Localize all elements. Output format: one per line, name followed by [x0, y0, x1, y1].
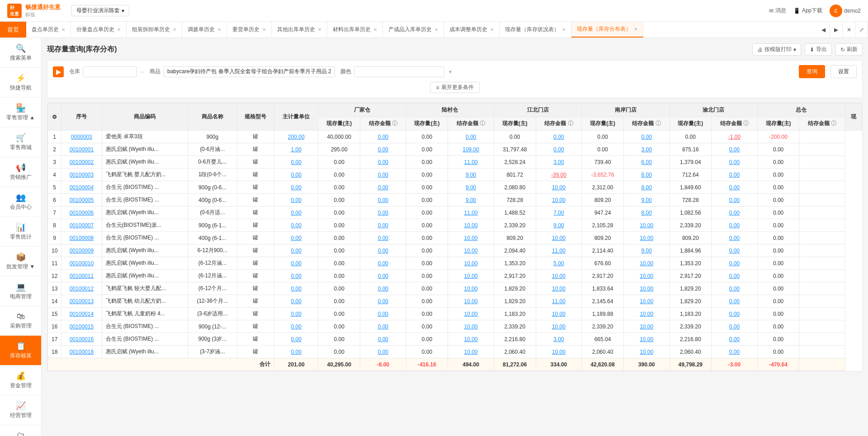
- sidebar-item-retail-stats[interactable]: 📊 零售统计: [0, 217, 41, 247]
- lucun-qty-link[interactable]: 0.00: [378, 184, 388, 191]
- yb-qty-link[interactable]: 10.00: [640, 222, 653, 229]
- code-link[interactable]: 00100016: [70, 336, 94, 342]
- code-link[interactable]: 00100007: [70, 222, 94, 229]
- info-icon[interactable]: ⓘ: [831, 120, 836, 127]
- tab-inventory-single[interactable]: 盘点单历史 ✕: [26, 22, 71, 38]
- na-qty-link[interactable]: 10.00: [552, 349, 566, 355]
- org-dropdown[interactable]: 母婴行业演示陈套 ▾: [71, 5, 129, 16]
- yb-qty-link[interactable]: 10.00: [640, 273, 653, 279]
- tab-close-icon[interactable]: ✕: [262, 27, 266, 32]
- lucun-qty-link[interactable]: 0.00: [378, 349, 388, 355]
- jb-qty-link[interactable]: 10.00: [464, 273, 478, 279]
- sidebar-item-wholesale[interactable]: 📦 批发管理 ▼: [0, 247, 41, 277]
- jb-qty-link[interactable]: 10.00: [464, 336, 478, 342]
- tab-close-icon[interactable]: ✕: [173, 27, 176, 32]
- sidebar-item-stock[interactable]: 📋 库存核算: [0, 336, 41, 366]
- sidebar-item-purchase[interactable]: 🛍 采购管理: [0, 306, 41, 336]
- tab-order-hist[interactable]: 要货单历史 ✕: [227, 22, 272, 38]
- code-link[interactable]: 00100009: [70, 248, 94, 254]
- total-qty-link[interactable]: 0.00: [729, 260, 740, 267]
- total-qty-link[interactable]: 0.00: [729, 311, 740, 317]
- total-qty-link[interactable]: 0.00: [729, 286, 740, 292]
- tab-expand-btn[interactable]: ⤢: [855, 22, 868, 38]
- total-qty-link[interactable]: 0.00: [729, 222, 740, 229]
- yb-qty-link[interactable]: 9.00: [641, 197, 651, 203]
- factory-qty-link[interactable]: 0.00: [291, 210, 302, 216]
- total-qty-link[interactable]: 0.00: [729, 273, 740, 279]
- tab-dist-single[interactable]: 分量盘点单历史 ✕: [71, 22, 127, 38]
- lucun-qty-link[interactable]: 0.00: [378, 248, 388, 254]
- na-qty-link[interactable]: 10.00: [552, 184, 566, 191]
- sidebar-item-member[interactable]: 👥 会员中心: [0, 187, 41, 217]
- tab-group-dis[interactable]: 组装拆卸单历史 ✕: [127, 22, 182, 38]
- na-qty-link[interactable]: -39.00: [551, 172, 566, 178]
- tab-close-icon[interactable]: ✕: [490, 27, 494, 32]
- lucun-qty-link[interactable]: 0.00: [378, 235, 388, 241]
- factory-qty-link[interactable]: 0.00: [291, 323, 302, 330]
- total-qty-link[interactable]: -1.00: [728, 134, 741, 140]
- sidebar-item-marketing[interactable]: 📢 营销推广: [0, 157, 41, 187]
- print-btn[interactable]: 🖨 按模版打印 ▾: [752, 43, 801, 56]
- na-qty-link[interactable]: 9.00: [553, 222, 564, 229]
- code-link[interactable]: 00100012: [70, 286, 94, 292]
- col-settings[interactable]: ⚙: [48, 103, 61, 131]
- total-qty-link[interactable]: 0.00: [729, 235, 740, 241]
- na-qty-link[interactable]: 0.00: [553, 146, 564, 153]
- code-link[interactable]: 00100011: [70, 273, 94, 279]
- info-icon[interactable]: ⓘ: [568, 120, 573, 127]
- na-qty-link[interactable]: 7.00: [553, 210, 564, 216]
- settings-btn[interactable]: 设置: [830, 65, 857, 78]
- jb-qty-link[interactable]: 0.00: [466, 134, 476, 140]
- refresh-btn[interactable]: ↻ 刷新: [835, 43, 863, 56]
- code-link[interactable]: 00100008: [70, 235, 94, 241]
- na-qty-link[interactable]: 3.00: [553, 159, 564, 165]
- lucun-qty-link[interactable]: 0.00: [378, 260, 388, 267]
- code-link[interactable]: 00100014: [70, 311, 94, 317]
- yb-qty-link[interactable]: 9.00: [641, 248, 651, 254]
- jb-qty-link[interactable]: 10.00: [464, 323, 478, 330]
- total-qty-link[interactable]: 0.00: [729, 210, 740, 216]
- tab-stock-status[interactable]: 现存量（库存状况表） ✕: [500, 22, 571, 38]
- factory-qty-link[interactable]: 0.00: [291, 336, 302, 342]
- filter-expand-btn[interactable]: ▶: [53, 66, 64, 77]
- yb-qty-link[interactable]: 10.00: [640, 286, 653, 292]
- yb-qty-link[interactable]: 3.00: [641, 146, 651, 153]
- tab-close-icon[interactable]: ✕: [217, 27, 221, 32]
- jb-qty-link[interactable]: 109.00: [462, 146, 479, 153]
- factory-qty-link[interactable]: 0.00: [291, 349, 302, 355]
- lucun-qty-link[interactable]: 0.00: [378, 197, 388, 203]
- na-qty-link[interactable]: 0.00: [553, 134, 564, 140]
- tab-transfer[interactable]: 调拨单历史 ✕: [182, 22, 227, 38]
- tab-next-btn[interactable]: ▶: [830, 22, 843, 38]
- code-link[interactable]: 00100015: [70, 323, 94, 330]
- jb-qty-link[interactable]: 10.00: [464, 286, 478, 292]
- factory-qty-link[interactable]: 0.00: [291, 248, 302, 254]
- jb-qty-link[interactable]: 9.00: [466, 197, 476, 203]
- factory-qty-link[interactable]: 0.00: [291, 298, 302, 305]
- jb-qty-link[interactable]: 10.00: [464, 235, 478, 241]
- na-qty-link[interactable]: 10.00: [552, 235, 566, 241]
- yb-qty-link[interactable]: 8.00: [641, 172, 651, 178]
- tab-close-all-btn[interactable]: ✕: [843, 22, 855, 38]
- sidebar-item-ops[interactable]: 📈 经营管理: [0, 395, 41, 425]
- sidebar-item-finance[interactable]: 💰 资金管理: [0, 366, 41, 395]
- jb-qty-link[interactable]: 11.00: [464, 210, 478, 216]
- jb-qty-link[interactable]: 10.00: [464, 222, 478, 229]
- sidebar-item-ecommerce[interactable]: 💻 电商管理: [0, 277, 41, 306]
- na-qty-link[interactable]: 10.00: [552, 323, 566, 330]
- jb-qty-link[interactable]: 10.00: [464, 311, 478, 317]
- tab-material-out[interactable]: 材料出库单历史 ✕: [327, 22, 383, 38]
- lucun-qty-link[interactable]: 0.00: [378, 159, 388, 165]
- tab-close-icon[interactable]: ✕: [318, 27, 321, 32]
- yb-qty-link[interactable]: 10.00: [640, 336, 653, 342]
- query-btn[interactable]: 查询: [799, 65, 825, 78]
- yb-qty-link[interactable]: 0.00: [641, 134, 651, 140]
- tab-close-icon[interactable]: ✕: [61, 27, 65, 32]
- jb-qty-link[interactable]: 10.00: [464, 260, 478, 267]
- yb-qty-link[interactable]: 8.00: [641, 210, 651, 216]
- code-link[interactable]: 00100005: [70, 197, 94, 203]
- tab-close-icon[interactable]: ✕: [117, 27, 121, 32]
- info-icon[interactable]: ⓘ: [480, 120, 485, 127]
- tab-cost-adj[interactable]: 成本调整单历史 ✕: [444, 22, 500, 38]
- code-link[interactable]: 0000003: [71, 134, 92, 140]
